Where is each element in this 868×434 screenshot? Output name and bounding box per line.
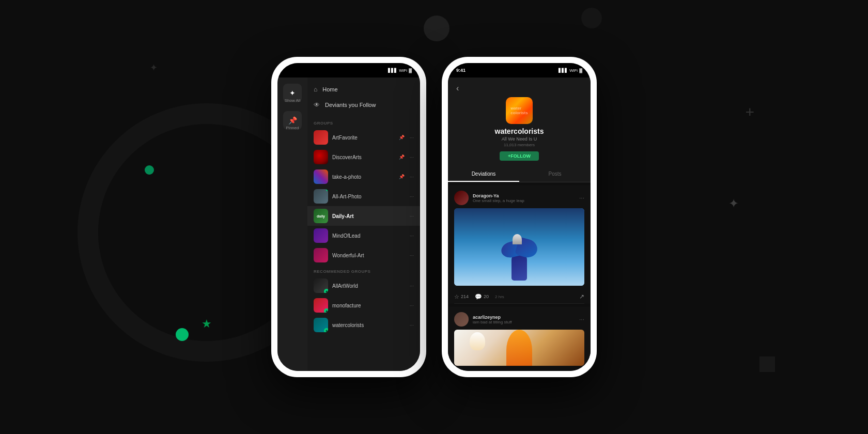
profile-avatar: watercolorists — [506, 97, 533, 124]
post-item-2: acarlizeynep iam bad at titling stuff ··… — [448, 307, 591, 366]
group-name-discoverarts: DiscoverArts — [332, 154, 395, 160]
recommended-section-label: RECOMMENDED GROUPS — [307, 265, 420, 276]
post-more-1[interactable]: ··· — [579, 194, 584, 202]
group-avatar-artfavorite — [314, 130, 328, 145]
pin-icon-artfavorite: 📌 — [399, 135, 405, 140]
share-icon-1[interactable]: ↗ — [579, 293, 584, 300]
group-avatar-wonderful-art — [314, 248, 328, 262]
bg-dot-green1 — [145, 165, 154, 175]
group-item-artfavorite[interactable]: ArtFavorite 📌 ··· — [307, 128, 420, 147]
signal-icon: ▋▋▋ — [388, 68, 397, 73]
da-logo-icon: ✦ — [289, 89, 296, 97]
group-item-take-a-photo[interactable]: take-a-photo 📌 ··· — [307, 167, 420, 187]
post-actions-1: ☆ 214 💬 20 2 hrs ↗ — [454, 290, 584, 304]
nav-deviants[interactable]: 👁 Deviants you Follow — [307, 97, 420, 113]
post-info-1: Doragon-Ya One small step, a huge leap — [473, 193, 575, 203]
status-icons-left: ▋▋▋ WiFi ▓ — [388, 68, 412, 73]
group-item-allartworld[interactable]: + AllArtWorld ··· — [307, 276, 420, 296]
group-name-all-art-photo: All-Art-Photo — [332, 194, 406, 199]
group-name-daily-art: Daily-Art — [332, 213, 406, 219]
post-subtitle-1: One small step, a huge leap — [473, 198, 575, 203]
post-avatar-1 — [454, 191, 469, 205]
avatar-img-mindoflead — [314, 228, 328, 243]
avatar-img-artfavorite — [314, 130, 328, 145]
group-item-wonderful-art[interactable]: Wonderful-Art ··· — [307, 245, 420, 265]
more-icon-all-art-photo[interactable]: ··· — [410, 194, 414, 199]
profile-avatar-img: watercolorists — [506, 97, 533, 124]
sidebar-pinned-group: 📌 Pinned — [283, 111, 302, 130]
group-avatar-discoverarts — [314, 150, 328, 164]
nav-home[interactable]: ⌂ Home — [307, 82, 420, 97]
post-author-1: Doragon-Ya — [473, 193, 575, 198]
more-icon-take-a-photo[interactable]: ··· — [410, 174, 414, 180]
post-image-dragon[interactable] — [454, 208, 584, 286]
profile-username: watercolorists — [495, 127, 544, 135]
phone-right: 9:41 ▋▋▋ WiFi ▓ ‹ watercolorists — [442, 57, 597, 377]
more-icon-discoverarts[interactable]: ··· — [410, 154, 414, 160]
avatar-img-discoverarts — [314, 150, 328, 164]
group-name-watercolorists-left: watercolorists — [332, 322, 406, 328]
nav-items: ⌂ Home 👁 Deviants you Follow — [307, 78, 420, 117]
figure-art-2 — [506, 330, 532, 366]
post-header-2: acarlizeynep iam bad at titling stuff ··… — [454, 312, 584, 327]
avatar-img-all-art-photo — [314, 189, 328, 204]
battery-icon: ▓ — [409, 68, 412, 73]
group-avatar-all-art-photo — [314, 189, 328, 204]
show-all-label: Show All — [285, 98, 301, 103]
like-action-1[interactable]: ☆ 214 — [454, 293, 469, 300]
post-image-2[interactable] — [454, 330, 584, 366]
post-time-1: 2 hrs — [495, 295, 504, 299]
sidebar-narrow: ✦ Show All 📌 Pinned — [277, 78, 307, 371]
more-icon-mindoflead[interactable]: ··· — [410, 233, 414, 239]
group-item-monofacture[interactable]: + monofacture ··· — [307, 296, 420, 315]
comment-count-1: 20 — [484, 294, 489, 299]
bg-star-green-icon: ★ — [202, 317, 212, 331]
back-button[interactable]: ‹ — [456, 84, 582, 93]
bg-rect — [760, 357, 775, 372]
group-item-daily-art[interactable]: daily Daily-Art ··· — [307, 206, 420, 226]
group-item-all-art-photo[interactable]: All-Art-Photo ··· — [307, 187, 420, 206]
home-icon: ⌂ — [314, 86, 317, 93]
group-item-watercolorists[interactable]: + watercolorists ··· — [307, 315, 420, 335]
post-avatar-img-1 — [454, 191, 469, 205]
more-icon-artfavorite[interactable]: ··· — [410, 135, 414, 141]
profile-center: watercolorists watercolorists All We Nee… — [456, 97, 582, 167]
group-name-monofacture: monofacture — [332, 303, 406, 308]
group-avatar-take-a-photo — [314, 169, 328, 184]
post-author-2: acarlizeynep — [473, 315, 575, 320]
more-icon-wonderful-art[interactable]: ··· — [410, 253, 414, 258]
comment-action-1[interactable]: 💬 20 — [475, 293, 489, 300]
main-feed: ⌂ Home 👁 Deviants you Follow GROUPS — [307, 78, 420, 371]
dragon-head — [513, 234, 522, 244]
phone-right-notch: 9:41 ▋▋▋ WiFi ▓ — [448, 63, 591, 78]
profile-members: 11,013 members — [504, 143, 535, 147]
group-avatar-daily-art: daily — [314, 209, 328, 223]
group-name-wonderful-art: Wonderful-Art — [332, 253, 406, 258]
bg-dot-gray1 — [424, 16, 450, 41]
more-icon-daily-art[interactable]: ··· — [410, 213, 414, 219]
tab-deviations[interactable]: Deviations — [448, 167, 519, 182]
eye-icon: 👁 — [314, 101, 320, 109]
artwork-2-bg — [454, 330, 584, 366]
more-icon-allartworld[interactable]: ··· — [410, 283, 414, 289]
avatar-img-daily-art: daily — [314, 209, 328, 223]
more-icon-watercolorists[interactable]: ··· — [410, 322, 414, 328]
avatar-img-wonderful-art — [314, 248, 328, 262]
phones-container: ▋▋▋ WiFi ▓ ✦ Show All — [271, 57, 597, 377]
dragon-art — [454, 208, 584, 286]
post-header-1: Doragon-Ya One small step, a huge leap ·… — [454, 191, 584, 205]
left-phone-main: ✦ Show All 📌 Pinned — [277, 78, 420, 371]
follow-button[interactable]: +FOLLOW — [500, 151, 539, 161]
more-icon-monofacture[interactable]: ··· — [410, 303, 414, 308]
bg-sparkle-icon: ✦ — [729, 196, 739, 211]
post-more-2[interactable]: ··· — [579, 316, 584, 323]
group-item-discoverarts[interactable]: DiscoverArts 📌 ··· — [307, 147, 420, 167]
tab-posts[interactable]: Posts — [519, 167, 591, 182]
bg-star-icon: ✦ — [150, 62, 158, 73]
avatar-img-take-a-photo — [314, 169, 328, 184]
post-info-2: acarlizeynep iam bad at titling stuff — [473, 315, 575, 324]
pin-icon: 📌 — [288, 116, 297, 125]
wifi-icon: WiFi — [399, 68, 407, 73]
group-item-mindoflead[interactable]: MindOfLead ··· — [307, 226, 420, 245]
notch-cutout-right — [499, 63, 540, 73]
